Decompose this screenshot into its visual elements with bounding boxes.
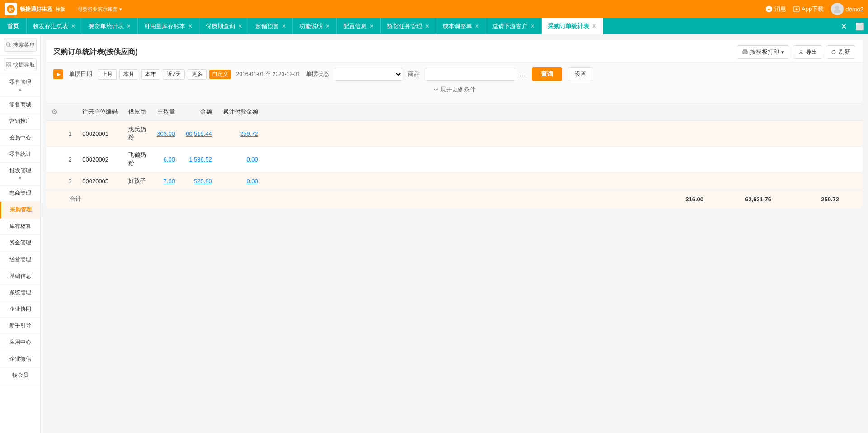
- filter-toggle-btn[interactable]: ▶: [53, 69, 63, 79]
- workspace-selector[interactable]: 母婴行业演示账套 ▾: [78, 6, 122, 13]
- row-paid[interactable]: 0.00: [217, 172, 264, 190]
- sidebar-item-purchase-manage[interactable]: 采购管理: [0, 202, 40, 219]
- close-tab-invite-downstream[interactable]: ✕: [530, 23, 535, 29]
- sidebar-item-app-center[interactable]: 应用中心: [0, 334, 40, 351]
- close-tab-receive-summary[interactable]: ✕: [71, 23, 75, 29]
- goods-label: 商品: [408, 70, 420, 78]
- column-settings-icon[interactable]: ⚙: [52, 108, 57, 115]
- refresh-btn[interactable]: 刷新: [826, 45, 855, 59]
- sidebar-item-label: 系统管理: [9, 289, 31, 296]
- sidebar-item-label: 应用中心: [9, 339, 31, 346]
- row-amount[interactable]: 525.80: [180, 172, 217, 190]
- custom-date-badge: 自定义: [209, 70, 231, 79]
- sidebar-item-inventory-check[interactable]: 库存核算: [0, 219, 40, 235]
- logo-area: 好 畅捷通好生意 标版: [5, 3, 65, 15]
- row-amount[interactable]: 1,586.52: [180, 147, 217, 172]
- tab-home[interactable]: 首页: [0, 18, 27, 34]
- tab-purchase-summary[interactable]: 采购订单统计表 ✕: [542, 18, 603, 34]
- tab-warranty-query[interactable]: 保质期查询 ✕: [199, 18, 249, 34]
- close-tab-inventory-ledger[interactable]: ✕: [188, 23, 193, 29]
- close-tab-overstock-warning[interactable]: ✕: [282, 23, 286, 29]
- sidebar-item-retail-manage[interactable]: 零售管理 ▲: [0, 74, 40, 97]
- print-label: 按模板打印: [750, 48, 779, 56]
- sidebar-item-label: 库存核算: [9, 223, 31, 230]
- sidebar-item-operation-manage[interactable]: 经营管理: [0, 252, 40, 268]
- date-quick-btns: 上月 本月 本年 近7天 更多 自定义: [98, 69, 231, 80]
- footer-amount: 62,631.76: [731, 196, 771, 203]
- close-tab-cost-adjust[interactable]: ✕: [475, 23, 479, 29]
- app-download-btn[interactable]: App下载: [793, 5, 824, 13]
- tab-overstock-warning[interactable]: 超储预警 ✕: [249, 18, 293, 34]
- row-quantity[interactable]: 7.00: [151, 172, 180, 190]
- sidebar-item-member-center[interactable]: 会员中心: [0, 130, 40, 147]
- row-seq: 3: [63, 172, 77, 190]
- page-actions: 按模板打印 ▾ 导出 刷新: [737, 45, 855, 59]
- close-tab-warranty-query[interactable]: ✕: [238, 23, 242, 29]
- tab-invite-downstream[interactable]: 邀请下游客户 ✕: [486, 18, 542, 34]
- close-tab-order-summary[interactable]: ✕: [127, 23, 131, 29]
- settings-btn[interactable]: 设置: [568, 67, 593, 81]
- sidebar-item-label: 零售统计: [9, 151, 31, 158]
- user-avatar[interactable]: demo2: [831, 3, 863, 15]
- goods-input[interactable]: [425, 68, 515, 81]
- row-expand: [46, 172, 63, 190]
- sidebar: 搜索菜单 快捷导航 零售管理 ▲ 零售商城 营销推广 会员中心 零售统计 批发管…: [0, 34, 41, 433]
- row-quantity[interactable]: 303.00: [151, 121, 180, 147]
- close-tab-picking-task[interactable]: ✕: [425, 23, 429, 29]
- sidebar-item-label: 畅会员: [12, 372, 28, 379]
- close-tab-function-desc[interactable]: ✕: [326, 23, 330, 29]
- sidebar-item-vip-member[interactable]: 畅会员: [0, 367, 40, 384]
- row-paid[interactable]: 259.72: [217, 121, 264, 147]
- sidebar-item-system-manage[interactable]: 系统管理: [0, 285, 40, 301]
- sidebar-item-marketing[interactable]: 营销推广: [0, 113, 40, 130]
- sidebar-item-basic-info[interactable]: 基础信息: [0, 268, 40, 285]
- tabs-maximize[interactable]: ⬜: [852, 18, 868, 34]
- sidebar-item-finance-manage[interactable]: 资金管理: [0, 235, 40, 252]
- print-btn[interactable]: 按模板打印 ▾: [737, 45, 789, 59]
- tab-config-info[interactable]: 配置信息 ✕: [337, 18, 381, 34]
- search-menu-btn[interactable]: 搜索菜单: [4, 38, 37, 52]
- export-btn[interactable]: 导出: [793, 45, 822, 59]
- sidebar-item-new-guide[interactable]: 新手引导: [0, 318, 40, 334]
- quick-nav-btn[interactable]: 快捷导航: [4, 58, 37, 71]
- col-supplier: 供应商: [123, 103, 151, 121]
- goods-more-btn[interactable]: …: [519, 70, 526, 78]
- sidebar-item-ecommerce-manage[interactable]: 电商管理: [0, 186, 40, 202]
- sidebar-item-enterprise-coop[interactable]: 企业协同: [0, 301, 40, 318]
- close-tab-config-info[interactable]: ✕: [369, 23, 374, 29]
- svg-rect-9: [9, 65, 11, 67]
- tab-receive-summary[interactable]: 收发存汇总表 ✕: [27, 18, 82, 34]
- expand-more-row: 展开更多条件: [53, 81, 855, 98]
- row-amount[interactable]: 60,519.44: [180, 121, 217, 147]
- tab-cost-adjust[interactable]: 成本调整单 ✕: [436, 18, 486, 34]
- more-date-btn[interactable]: 更多: [188, 69, 207, 80]
- last-month-btn[interactable]: 上月: [98, 69, 117, 80]
- tab-picking-task[interactable]: 拣货任务管理 ✕: [381, 18, 436, 34]
- this-month-btn[interactable]: 本月: [119, 69, 138, 80]
- svg-rect-6: [6, 62, 8, 64]
- logo-tagline: 标版: [55, 6, 65, 13]
- sidebar-item-retail-stats[interactable]: 零售统计: [0, 146, 40, 163]
- row-paid[interactable]: 0.00: [217, 147, 264, 172]
- sidebar-item-label: 零售管理: [9, 79, 31, 86]
- row-quantity[interactable]: 6.00: [151, 147, 180, 172]
- sidebar-item-enterprise-wechat[interactable]: 企业微信: [0, 351, 40, 368]
- row-code: 00020001: [77, 121, 123, 147]
- footer-quantity: 316.00: [663, 196, 703, 203]
- sidebar-item-label: 零售商城: [9, 101, 31, 109]
- last-7-days-btn[interactable]: 近7天: [163, 69, 185, 80]
- tab-function-desc[interactable]: 功能说明 ✕: [293, 18, 337, 34]
- message-btn[interactable]: 消息: [765, 5, 786, 13]
- nav-tabs: 首页 收发存汇总表 ✕ 要货单统计表 ✕ 可用量库存账本 ✕ 保质期查询 ✕ 超…: [0, 18, 868, 34]
- tab-inventory-ledger[interactable]: 可用量库存账本 ✕: [138, 18, 199, 34]
- tabs-close-all[interactable]: ✕: [835, 18, 852, 34]
- sidebar-item-retail-shop[interactable]: 零售商城: [0, 97, 40, 114]
- this-year-btn[interactable]: 本年: [141, 69, 160, 80]
- close-tab-purchase-summary[interactable]: ✕: [592, 23, 596, 29]
- search-btn[interactable]: 查询: [532, 67, 562, 81]
- data-table: ⚙ 往来单位编码 供应商 主数量 金额 累计付款金额: [46, 103, 863, 190]
- tab-order-summary[interactable]: 要货单统计表 ✕: [82, 18, 138, 34]
- expand-more-btn[interactable]: 展开更多条件: [426, 83, 483, 96]
- sidebar-item-wholesale-manage[interactable]: 批发管理 ▼: [0, 163, 40, 186]
- status-select[interactable]: [335, 68, 402, 81]
